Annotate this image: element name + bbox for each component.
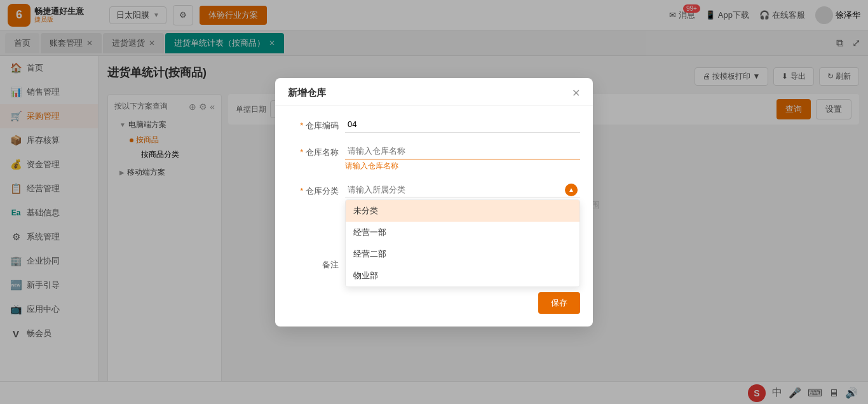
dropdown-item-property[interactable]: 物业部 xyxy=(346,265,580,286)
dropdown-item-dept1[interactable]: 经营一部 xyxy=(346,222,580,243)
name-error-message: 请输入仓库名称 xyxy=(345,161,580,172)
form-row-name: 仓库名称 请输入仓库名称 xyxy=(288,143,580,172)
category-input[interactable] xyxy=(345,182,580,198)
save-button[interactable]: 保存 xyxy=(538,292,580,314)
category-select-wrap: ▲ 未分类 经营一部 经营二部 物业部 xyxy=(345,182,580,198)
code-label: 仓库编码 xyxy=(288,116,339,131)
name-field-wrap: 请输入仓库名称 xyxy=(345,143,580,172)
modal-footer: 保存 xyxy=(275,292,593,314)
category-dropdown: 未分类 经营一部 经营二部 物业部 xyxy=(345,199,580,287)
form-row-code: 仓库编码 xyxy=(288,116,580,133)
name-label: 仓库名称 xyxy=(288,143,339,158)
modal-body: 仓库编码 仓库名称 请输入仓库名称 仓库分类 ▲ 未分类 xyxy=(275,106,593,292)
dropdown-item-uncategorized[interactable]: 未分类 xyxy=(346,200,580,222)
note-label: 备注 xyxy=(288,255,339,271)
new-warehouse-modal: 新增仓库 ✕ 仓库编码 仓库名称 请输入仓库名称 仓库分类 xyxy=(275,78,593,327)
form-row-category: 仓库分类 ▲ 未分类 经营一部 经营二部 物业部 xyxy=(288,182,580,198)
category-dropdown-button[interactable]: ▲ xyxy=(565,184,578,196)
modal-title: 新增仓库 xyxy=(288,87,326,99)
modal-header: 新增仓库 ✕ xyxy=(275,78,593,106)
modal-overlay: 新增仓库 ✕ 仓库编码 仓库名称 请输入仓库名称 仓库分类 xyxy=(0,0,868,404)
code-input[interactable] xyxy=(345,116,580,133)
dropdown-item-dept2[interactable]: 经营二部 xyxy=(346,243,580,265)
modal-close-button[interactable]: ✕ xyxy=(572,87,580,99)
name-input[interactable] xyxy=(345,143,580,159)
category-label: 仓库分类 xyxy=(288,182,339,197)
